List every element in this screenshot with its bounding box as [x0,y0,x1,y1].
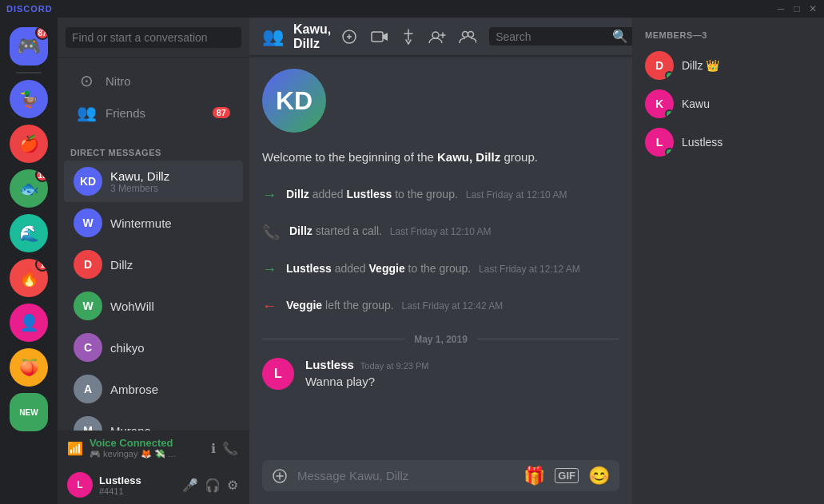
dm-item-murano[interactable]: M Murano [64,410,243,431]
dm-item-chikyo[interactable]: C chikyo [64,327,243,368]
dm-info-wohwill: WohWill [110,300,233,313]
member-item-lustless[interactable]: L Lustless [639,123,818,161]
maximize-button[interactable]: □ [792,4,802,14]
members-header: MEMBERS—3 [639,30,818,46]
message-input[interactable] [297,460,514,491]
friends-label: Friends [105,106,145,120]
member-avatar-kawu: K [645,89,674,118]
titlebar-left: DISCORD [6,4,53,14]
svg-point-3 [463,31,468,37]
video-button[interactable] [371,30,388,44]
server-separator [16,72,42,73]
arrow-right-icon-0: → [262,187,277,204]
user-name: Lustless [99,474,174,486]
add-member-button[interactable] [428,30,446,44]
voice-info: Voice Connected 🎮 kevingay 🦊 💸 … [90,437,203,459]
pin-button[interactable] [401,29,416,45]
search-icon: 🔍 [612,29,628,44]
member-status-kawu [665,109,674,118]
deafen-button[interactable]: 🎧 [203,476,222,494]
server-icon-3[interactable]: 🐟 19 [10,169,48,208]
chat-input-box: 🎁 GIF 😊 [262,460,619,491]
dm-list: KD Kawu, Dillz 3 Members W Wintermute [58,161,249,431]
dm-info-kawu-dillz: Kawu, Dillz 3 Members [110,169,233,194]
msg-avatar-lustless: L [262,358,294,390]
server-icon-6[interactable]: 👤 [10,304,48,342]
dm-name-wintermute: Wintermute [110,216,233,230]
chat-area: 👥 Kawu, Dillz [249,18,632,504]
welcome-avatar-area: KD [262,69,619,139]
call-button[interactable] [340,30,358,44]
members-list: MEMBERS—3 D Dillz 👑 K Kawu L [632,18,824,504]
dm-item-wintermute[interactable]: W Wintermute [64,202,243,244]
dm-sub-kawu-dillz: 3 Members [110,183,233,194]
system-msg-3: ← Veggie left the group. Last Friday at … [262,294,619,318]
member-avatar-dillz: D [645,51,674,80]
add-attachment-button[interactable] [269,465,291,487]
server-icon-1[interactable]: 🦆 [10,80,48,118]
system-msg-0: → Dillz added Lustless to the group. Las… [262,183,619,207]
sys-text-3: Veggie left the group. Last Friday at 12… [286,297,503,314]
minimize-button[interactable]: ─ [776,4,786,14]
close-button[interactable]: ✕ [808,4,818,14]
discord-logo: DISCORD [6,4,53,14]
member-avatar-lustless: L [645,128,674,157]
channel-avatar: KD [262,69,326,133]
member-item-dillz[interactable]: D Dillz 👑 [639,46,818,85]
chat-message-lustless: L Lustless Today at 9:23 PM Wanna play? [262,355,619,393]
dm-item-ambrose[interactable]: A Ambrose [64,368,243,410]
voice-actions: ℹ 📞 [209,439,240,458]
emoji-button[interactable]: 😊 [585,462,613,490]
msg-text-lustless: Wanna play? [305,373,619,390]
user-tag: #4411 [99,486,174,496]
voice-sub: 🎮 kevingay 🦊 💸 … [90,449,203,459]
nitro-icon: ⊙ [77,71,96,90]
member-name-lustless: Lustless [682,136,722,149]
voice-disconnect-button[interactable]: 📞 [221,439,240,458]
gift-button[interactable]: 🎁 [520,462,548,490]
members-button[interactable] [459,30,476,44]
mute-button[interactable]: 🎤 [181,476,200,494]
svg-rect-1 [372,32,383,42]
dm-item-wohwill[interactable]: W WohWill [64,285,243,327]
user-bar: L Lustless #4411 🎤 🎧 ⚙ [58,466,249,504]
sys-time-2: Last Friday at 12:12 AM [479,264,580,275]
settings-button[interactable]: ⚙ [225,476,240,494]
svg-point-4 [468,31,474,37]
server-icon-5[interactable]: 🔥 1 [10,259,48,297]
voice-label: Voice Connected [90,437,203,449]
dm-info-ambrose: Ambrose [110,383,233,396]
gif-button[interactable]: GIF [555,468,579,483]
nav-item-nitro[interactable]: ⊙ Nitro [64,65,243,97]
titlebar: DISCORD ─ □ ✕ [0,0,824,18]
voice-signal-icon: 📶 [67,441,83,456]
arrow-left-icon-3: ← [262,298,277,315]
server-icon-home[interactable]: 🎮 87 [10,27,48,65]
dm-info-wintermute: Wintermute [110,216,233,230]
server-icon-2[interactable]: 🍎 [10,125,48,163]
system-msg-2: → Lustless added Veggie to the group. La… [262,257,619,281]
member-suffix-dillz: 👑 [703,59,719,72]
server-icon-4[interactable]: 🌊 [10,214,48,252]
welcome-name: Kawu, Dillz [437,150,500,164]
nav-item-friends[interactable]: 👥 Friends 87 [64,97,243,129]
app-layout: 🎮 87 🦆 🍎 🐟 19 🌊 🔥 1 👤 🍑 NEW [0,18,824,504]
member-item-kawu[interactable]: K Kawu [639,85,818,123]
server-icon-7[interactable]: 🍑 [10,348,48,387]
dm-sidebar: ⊙ Nitro 👥 Friends 87 DIRECT MESSAGES KD … [58,18,249,504]
server-icon-new[interactable]: NEW [10,393,48,431]
sys-text-2: Lustless added Veggie to the group. Last… [286,260,580,277]
dm-name-wohwill: WohWill [110,300,233,313]
member-name-dillz: Dillz 👑 [682,59,719,72]
voice-info-button[interactable]: ℹ [209,439,217,458]
dm-nav: ⊙ Nitro 👥 Friends 87 [58,58,249,135]
friends-badge: 87 [213,107,230,118]
avatar-ambrose: A [74,375,102,403]
server-3-badge: 19 [35,169,48,182]
dm-item-dillz[interactable]: D Dillz [64,244,243,285]
search-input[interactable] [496,30,607,43]
dm-item-kawu-dillz[interactable]: KD Kawu, Dillz 3 Members [64,161,243,202]
dm-name-ambrose: Ambrose [110,383,233,396]
search-box: 🔍 [489,27,632,46]
find-conversation-input[interactable] [66,27,241,48]
